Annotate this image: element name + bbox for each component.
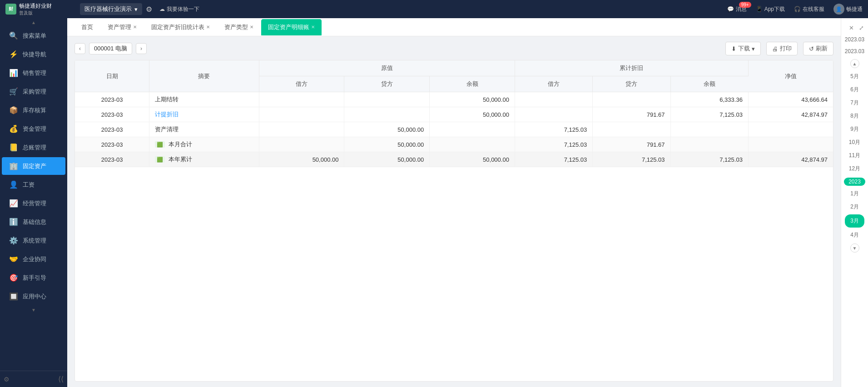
sidebar-item-app-center[interactable]: 🔲 应用中心 bbox=[2, 288, 65, 305]
download-btn[interactable]: ⬇ 下载 ▾ bbox=[725, 42, 761, 55]
timeline-scroll-down[interactable]: ▼ bbox=[850, 243, 859, 253]
table-row: 2023-03 计提折旧 50,000.00 791.67 7,125.03 4… bbox=[75, 107, 833, 122]
messages-btn[interactable]: 💬 消息 99+ bbox=[727, 5, 747, 13]
sidebar-scroll-up[interactable]: ▲ bbox=[0, 18, 67, 26]
year-badge[interactable]: 2023 bbox=[844, 178, 865, 186]
expand-panel-icon[interactable]: ⤢ bbox=[857, 24, 865, 32]
cell-net: 42,874.97 bbox=[748, 152, 833, 167]
sidebar-item-operations[interactable]: 📈 经营管理 bbox=[2, 194, 65, 212]
user-area[interactable]: 👤 畅捷通 bbox=[833, 4, 863, 15]
timeline-month-12[interactable]: 12月 bbox=[841, 162, 868, 175]
sidebar-item-sales[interactable]: 📊 销售管理 bbox=[2, 64, 65, 82]
sidebar: ▲ 🔍 搜索菜单 ⚡ 快捷导航 📊 销售管理 🛒 采购管理 📦 库存核算 💰 资… bbox=[0, 18, 67, 387]
cell-credit1 bbox=[344, 107, 430, 122]
tab-close-icon[interactable]: ✕ bbox=[206, 25, 210, 30]
timeline-month-3[interactable]: 3月 bbox=[845, 214, 864, 228]
cell-date: 2023-03 bbox=[75, 152, 149, 167]
sidebar-item-system[interactable]: ⚙️ 系统管理 bbox=[2, 232, 65, 249]
timeline-month-1[interactable]: 1月 bbox=[841, 187, 868, 200]
settings-bottom-icon[interactable]: ⚙ bbox=[4, 376, 10, 383]
cell-credit1: 50,000.00 bbox=[344, 152, 430, 167]
tab-asset-type[interactable]: 资产类型 ✕ bbox=[218, 19, 260, 35]
cell-date: 2023-03 bbox=[75, 137, 149, 152]
operations-icon: 📈 bbox=[9, 199, 18, 208]
sidebar-item-label: 系统管理 bbox=[23, 237, 46, 245]
sidebar-item-inventory[interactable]: 📦 库存核算 bbox=[2, 101, 65, 119]
timeline-scroll-up[interactable]: ▲ bbox=[850, 59, 859, 68]
sidebar-scroll-down[interactable]: ▼ bbox=[0, 306, 67, 314]
timeline-month-6[interactable]: 6月 bbox=[841, 83, 868, 96]
cell-balance1 bbox=[430, 122, 515, 137]
purchase-icon: 🛒 bbox=[9, 87, 18, 96]
sidebar-item-basic-info[interactable]: ℹ️ 基础信息 bbox=[2, 213, 65, 231]
tab-asset-management[interactable]: 资产管理 ✕ bbox=[101, 19, 144, 35]
timeline-month-7[interactable]: 7月 bbox=[841, 96, 868, 109]
timeline-entry-top[interactable]: 2023.03 bbox=[841, 34, 868, 45]
col-net-value: 净值 bbox=[748, 60, 833, 92]
customer-service-btn[interactable]: 🎧 在线客服 bbox=[794, 5, 824, 13]
timeline-month-8[interactable]: 8月 bbox=[841, 109, 868, 123]
tab-close-icon[interactable]: ✕ bbox=[250, 25, 253, 30]
system-icon: ⚙️ bbox=[9, 236, 18, 245]
refresh-icon: ↺ bbox=[809, 45, 814, 52]
table-row-month-summary: 2023-03 🟩 本月合计 50,000.00 7,125.03 791.67 bbox=[75, 137, 833, 152]
experience-btn[interactable]: ☁ 我要体验一下 bbox=[159, 5, 199, 13]
timeline-month-5[interactable]: 5月 bbox=[841, 70, 868, 83]
tab-close-icon[interactable]: ✕ bbox=[311, 25, 315, 30]
tab-home[interactable]: 首页 bbox=[74, 19, 100, 35]
timeline-month-4[interactable]: 4月 bbox=[841, 228, 868, 242]
company-selector[interactable]: 医疗器械行业演示 ▾ bbox=[80, 3, 142, 15]
col-summary: 摘要 bbox=[149, 60, 259, 92]
asset-code-box: 000001 电脑 bbox=[89, 43, 132, 55]
cell-credit1: 50,000.00 bbox=[344, 137, 430, 152]
sidebar-item-ledger[interactable]: 📒 总账管理 bbox=[2, 139, 65, 156]
sidebar-item-quick-nav[interactable]: ⚡ 快捷导航 bbox=[2, 45, 65, 63]
col-original-value: 原值 bbox=[259, 60, 515, 76]
cell-balance2: 6,333.36 bbox=[670, 92, 748, 107]
cell-debit1 bbox=[259, 122, 344, 137]
next-asset-btn[interactable]: › bbox=[136, 43, 147, 54]
tab-depreciation-stats[interactable]: 固定资产折旧统计表 ✕ bbox=[144, 19, 217, 35]
main-layout: ▲ 🔍 搜索菜单 ⚡ 快捷导航 📊 销售管理 🛒 采购管理 📦 库存核算 💰 资… bbox=[0, 18, 868, 387]
avatar: 👤 bbox=[833, 4, 844, 15]
cell-debit2 bbox=[515, 107, 592, 122]
cell-date: 2023-03 bbox=[75, 92, 149, 107]
sidebar-item-capital[interactable]: 💰 资金管理 bbox=[2, 120, 65, 138]
prev-asset-btn[interactable]: ‹ bbox=[74, 43, 85, 54]
collapse-icon[interactable]: ⟨⟨ bbox=[58, 375, 64, 383]
timeline-month-11[interactable]: 11月 bbox=[841, 149, 868, 162]
sidebar-item-salary[interactable]: 👤 工资 bbox=[2, 176, 65, 194]
year-summary-tag: 🟩 bbox=[155, 156, 165, 163]
header-right: 💬 消息 99+ 📱 App下载 🎧 在线客服 👤 畅捷通 bbox=[727, 4, 863, 15]
timeline-month-9[interactable]: 9月 bbox=[841, 123, 868, 136]
cell-debit2: 7,125.03 bbox=[515, 152, 592, 167]
sidebar-item-enterprise[interactable]: 🤝 企业协同 bbox=[2, 250, 65, 268]
refresh-btn[interactable]: ↺ 刷新 bbox=[803, 42, 833, 55]
month-summary-tag: 🟩 bbox=[155, 141, 165, 148]
tab-asset-detail[interactable]: 固定资产明细账 ✕ bbox=[261, 19, 322, 35]
timeline-month-10[interactable]: 10月 bbox=[841, 136, 868, 149]
app-download-btn[interactable]: 📱 App下载 bbox=[756, 5, 785, 13]
print-btn[interactable]: 🖨 打印 bbox=[766, 42, 798, 55]
sidebar-item-purchase[interactable]: 🛒 采购管理 bbox=[2, 83, 65, 100]
cell-credit1: 50,000.00 bbox=[344, 122, 430, 137]
sidebar-item-guide[interactable]: 🎯 新手引导 bbox=[2, 269, 65, 287]
timeline-entry-2023-03[interactable]: 2023.03 bbox=[841, 45, 868, 57]
sidebar-item-label: 搜索菜单 bbox=[23, 32, 46, 40]
sub-col-balance2: 余额 bbox=[670, 76, 748, 92]
ledger-table: 日期 摘要 原值 累计折旧 净值 借方 贷方 余额 借方 贷方 余额 bbox=[75, 60, 833, 167]
timeline-month-2[interactable]: 2月 bbox=[841, 200, 868, 213]
company-name: 医疗器械行业演示 bbox=[84, 5, 132, 13]
sidebar-item-label: 经营管理 bbox=[23, 199, 46, 208]
close-panel-icon[interactable]: ✕ bbox=[847, 24, 855, 32]
basic-info-icon: ℹ️ bbox=[9, 218, 18, 226]
tab-close-icon[interactable]: ✕ bbox=[133, 25, 137, 30]
cell-summary: 资产清理 bbox=[149, 122, 259, 137]
sidebar-item-search[interactable]: 🔍 搜索菜单 bbox=[2, 27, 65, 45]
ledger-icon: 📒 bbox=[9, 143, 18, 152]
sidebar-bottom: ⚙ ⟨⟨ bbox=[0, 371, 67, 387]
cell-summary: 上期结转 bbox=[149, 92, 259, 107]
settings-icon[interactable]: ⚙ bbox=[146, 5, 152, 14]
sidebar-item-fixed-assets[interactable]: 🏢 固定资产 bbox=[2, 157, 65, 175]
cell-debit1 bbox=[259, 107, 344, 122]
